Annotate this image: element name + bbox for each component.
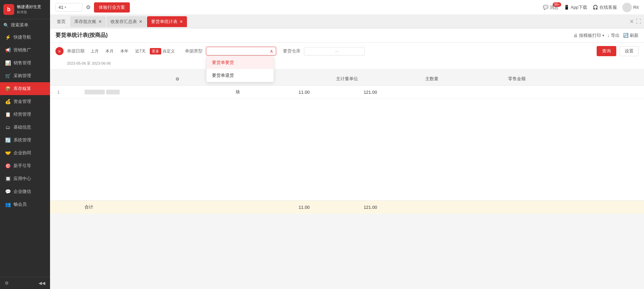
close-tab-inventory-batch[interactable]: ✕ xyxy=(98,19,102,24)
sidebar-item-system[interactable]: 🔄 系统管理 xyxy=(0,134,50,147)
last-month-btn[interactable]: 上月 xyxy=(88,47,101,55)
col-num xyxy=(50,75,135,82)
col-rest xyxy=(559,75,644,82)
query-btn[interactable]: 查询 xyxy=(597,46,616,56)
date-shortcuts: 上月 本月 本年 近7天 更多 自定义 xyxy=(88,47,175,55)
more-options-icon[interactable]: ··· xyxy=(335,49,362,54)
type-input-caret-icon[interactable]: ∧ xyxy=(270,48,273,54)
footer-label: 合计 xyxy=(80,201,205,214)
footer-settings xyxy=(67,204,80,210)
print-btn[interactable]: 🖨 按模板打印 ▾ xyxy=(573,32,604,39)
type-label: 单据类型 xyxy=(185,48,202,54)
custom-date-btn[interactable]: 自定义 xyxy=(163,48,175,54)
export-btn[interactable]: ↓ 导出 xyxy=(607,32,620,39)
app-download-label: App下载 xyxy=(571,4,587,10)
tab-inventory-batch-label: 库存批次账 xyxy=(74,19,96,25)
operations-icon: 📋 xyxy=(5,112,11,117)
sidebar-item-label: 企业微信 xyxy=(14,188,45,195)
row-num: 1 xyxy=(50,86,67,98)
tab-receive-summary[interactable]: 收发存汇总表 ✕ xyxy=(106,16,146,27)
sidebar-item-quick-nav[interactable]: ⚡ 快捷导航 xyxy=(0,31,50,44)
app-version: 标准版 xyxy=(17,10,41,15)
footer-rest xyxy=(403,204,644,210)
tab-home[interactable]: 首页 xyxy=(53,16,70,27)
filter-expand-btn[interactable]: » xyxy=(55,47,64,55)
type-input[interactable] xyxy=(209,49,270,54)
sidebar-item-label: 系统管理 xyxy=(14,137,45,143)
dropdown-item-requisition-return[interactable]: 要货单退货 xyxy=(207,69,273,82)
sidebar-item-members[interactable]: 👥 畅会员 xyxy=(0,198,50,211)
sidebar-item-sales[interactable]: 📊 销售管理 xyxy=(0,57,50,69)
footer-qty: 11.00 xyxy=(271,201,337,213)
logo-text-block: 畅捷通好生意 标准版 xyxy=(17,4,41,15)
sidebar-item-inventory[interactable]: 📦 库存核算 xyxy=(0,82,50,95)
customer-service-btn[interactable]: 🎧 在线客服 xyxy=(593,4,617,10)
search-icon: 🔍 xyxy=(3,23,9,28)
topbar: 41 ▾ ⚙ 体验行业方案 💬 消息 99+ 📱 App下载 🎧 在线客服 xyxy=(50,0,644,15)
quick-nav-icon: ⚡ xyxy=(5,35,11,40)
app-center-icon: 🔲 xyxy=(5,176,11,181)
row-product xyxy=(80,86,205,98)
topbar-gear-icon[interactable]: ⚙ xyxy=(86,4,91,10)
settings-footer-btn[interactable]: ⚙ xyxy=(5,281,9,286)
logo: b 畅捷通好生意 标准版 xyxy=(0,0,50,19)
type-input-container[interactable]: ∧ 要货单要货 要货单退货 xyxy=(206,47,276,55)
row-amount: 121.00 xyxy=(337,86,404,98)
row-unit: 块 xyxy=(205,86,271,98)
more-shortcuts-btn[interactable]: 更多 xyxy=(150,48,161,54)
sidebar-item-guide[interactable]: 🎯 新手引导 xyxy=(0,159,50,172)
warehouse-input-container[interactable]: ··· xyxy=(304,47,365,55)
members-icon: 👥 xyxy=(5,202,11,207)
table-footer: 合计 11.00 121.00 xyxy=(50,200,644,214)
sidebar-item-wechat[interactable]: 💬 企业微信 xyxy=(0,185,50,198)
this-year-btn[interactable]: 本年 xyxy=(118,47,131,55)
sidebar-item-label: 营销推广 xyxy=(14,47,45,53)
close-tab-receive-summary[interactable]: ✕ xyxy=(139,19,142,24)
system-icon: 🔄 xyxy=(5,137,11,143)
logo-icon: b xyxy=(3,4,14,15)
sidebar-item-label: 库存核算 xyxy=(14,86,45,92)
warehouse-label: 要货仓库 xyxy=(283,48,301,54)
tab-requisition-stats[interactable]: 要货单统计表 ✕ xyxy=(147,16,187,27)
col-unit: 主计量单位 xyxy=(305,72,389,85)
setting-btn[interactable]: 设置 xyxy=(620,46,639,56)
user-account[interactable]: Rit xyxy=(622,3,639,12)
sidebar-item-label: 快捷导航 xyxy=(14,34,45,40)
tab-home-label: 首页 xyxy=(57,19,66,25)
sidebar-item-purchase[interactable]: 🛒 采购管理 xyxy=(0,69,50,82)
product-block-2 xyxy=(106,90,120,94)
sidebar: b 畅捷通好生意 标准版 🔍 搜索菜单 ⚡ 快捷导航 📢 营销推广 📊 销售管理… xyxy=(0,0,50,289)
finance-icon: 💰 xyxy=(5,99,11,104)
close-tab-requisition-stats[interactable]: ✕ xyxy=(180,19,183,24)
refresh-btn[interactable]: 🔃 刷新 xyxy=(623,32,639,39)
sidebar-item-enterprise[interactable]: 🤝 企业协同 xyxy=(0,147,50,159)
dropdown-item-requisition-order[interactable]: 要货单要货 xyxy=(207,56,273,69)
sidebar-item-operations[interactable]: 📋 经营管理 xyxy=(0,108,50,121)
expand-icon: » xyxy=(58,48,61,54)
sidebar-item-app-center[interactable]: 🔲 应用中心 xyxy=(0,172,50,185)
maximize-btn[interactable]: ⛶ xyxy=(636,19,641,25)
messages-badge: 99+ xyxy=(553,2,561,7)
avatar xyxy=(622,3,632,12)
search-menu[interactable]: 🔍 搜索菜单 xyxy=(0,19,50,31)
wechat-icon: 💬 xyxy=(5,189,11,194)
customer-service-label: 在线客服 xyxy=(599,4,617,10)
collapse-sidebar-btn[interactable]: ◀◀ xyxy=(39,281,45,286)
this-month-btn[interactable]: 本月 xyxy=(103,47,116,55)
app-download-btn[interactable]: 📱 App下载 xyxy=(564,4,587,10)
messages-btn[interactable]: 💬 消息 99+ xyxy=(543,4,558,10)
col-qty: 主数量 xyxy=(389,72,474,85)
industry-btn[interactable]: 体验行业方案 xyxy=(94,2,130,13)
headset-icon: 🎧 xyxy=(593,5,598,10)
last-7-btn[interactable]: 近7天 xyxy=(133,47,148,55)
sidebar-item-marketing[interactable]: 📢 营销推广 xyxy=(0,44,50,57)
company-select[interactable]: 41 ▾ xyxy=(55,3,82,12)
sidebar-item-label: 畅会员 xyxy=(14,201,45,207)
main-content: 41 ▾ ⚙ 体验行业方案 💬 消息 99+ 📱 App下载 🎧 在线客服 xyxy=(50,0,644,289)
search-menu-label: 搜索菜单 xyxy=(11,22,28,28)
close-all-tabs-btn[interactable]: ✕ xyxy=(629,18,634,25)
sidebar-item-basic-info[interactable]: 🗂 基础信息 xyxy=(0,121,50,134)
sidebar-item-finance[interactable]: 💰 资金管理 xyxy=(0,95,50,108)
tab-inventory-batch[interactable]: 库存批次账 ✕ xyxy=(70,16,106,27)
sidebar-footer: ⚙ ◀◀ xyxy=(0,277,50,289)
